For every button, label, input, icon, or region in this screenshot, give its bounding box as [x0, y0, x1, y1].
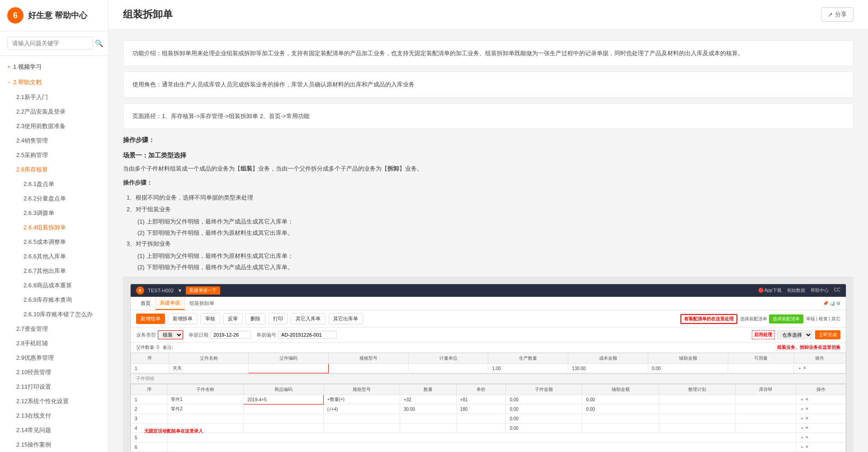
- sidebar-item-beginner[interactable]: 2.1新手入门: [0, 90, 108, 105]
- sidebar: 6 好生意 帮助中心 🔍 + 1.视频学习 − 2.帮助文档 2.1新手入门 2…: [0, 0, 108, 452]
- scenario1-desc: 当由多个子件材料组装成一个成品的业务为【组装】业务，当由一个父件拆分成多个子产品…: [123, 163, 854, 175]
- main-header: 组装拆卸单 ↗ 分享: [108, 0, 868, 29]
- sidebar-item-stocktake[interactable]: 2.6.1盘点单: [0, 177, 108, 191]
- nav-list: + 1.视频学习 − 2.帮助文档 2.1新手入门 2.2产品安装及登录 2.3…: [0, 56, 108, 452]
- sidebar-item-mobile[interactable]: 2.8手机旺辅: [0, 336, 108, 351]
- sidebar-item-transfer[interactable]: 2.6.3调拨单: [0, 206, 108, 220]
- sim-side-icons: 📌 📊 ⚙: [823, 299, 840, 308]
- sidebar-item-payment[interactable]: 2.13在线支付: [0, 409, 108, 423]
- search-box: 🔍: [0, 31, 108, 56]
- sim-help: 帮助中心: [811, 287, 829, 294]
- collapse-icon: −: [7, 79, 10, 86]
- sim-btn-approve[interactable]: 审核: [200, 313, 220, 324]
- sim-sub-col-price: 单价: [456, 385, 506, 395]
- share-icon: ↗: [828, 11, 833, 18]
- share-button[interactable]: ↗ 分享: [821, 7, 854, 22]
- step-2-2: (2) 下部明细为子件明细，最终作为原材料生成其它出库单。: [127, 228, 854, 239]
- table-row: 4 0.00＋ ×: [131, 423, 846, 433]
- sidebar-item-cases[interactable]: 2.15操作案例: [0, 438, 108, 452]
- sim-cell-seq: 1: [131, 364, 169, 373]
- sim-tab-home[interactable]: 首页: [136, 297, 156, 309]
- sim-cell-cost-amt: 130.00: [568, 364, 648, 373]
- content-area: 功能介绍：组装拆卸单用来处理企业组装或拆卸等加工业务，支持有固定装配清单的产品加…: [108, 29, 868, 452]
- sim-cell-unit: [408, 364, 488, 373]
- sim-review-label: 审核 | 检查 | 其它: [806, 316, 840, 322]
- sidebar-item-data-prep[interactable]: 2.3使用前数据准备: [0, 119, 108, 133]
- sidebar-item-finance[interactable]: 2.7资金管理: [0, 322, 108, 336]
- sim-sub-col-stock: 库存M: [735, 385, 796, 395]
- sim-dropdown-icon: ▼: [177, 288, 182, 293]
- sidebar-item-other-out[interactable]: 2.6.7其他出库单: [0, 264, 108, 278]
- sim-bom-btn[interactable]: 选择装配清单: [769, 314, 803, 324]
- sim-btn-print[interactable]: 打印: [268, 313, 288, 324]
- sim-confirm-btn[interactable]: 立即完成: [815, 330, 840, 339]
- sim-remark: 备注:: [163, 344, 173, 351]
- sidebar-item-sales[interactable]: 2.4销售管理: [0, 133, 108, 148]
- sim-no-label: 单据编号: [256, 332, 276, 338]
- step-3-2: (2) 下部明细为子件明细，最终作为产成品生成其它入库单。: [127, 262, 854, 273]
- sidebar-item-cost-recalc[interactable]: 2.6.8商品成本重算: [0, 278, 108, 293]
- share-label: 分享: [835, 10, 847, 19]
- sim-btn-unapprove[interactable]: 反审: [223, 313, 243, 324]
- sim-sub-col-plan: 整理计划: [659, 385, 735, 395]
- sim-user: CC: [834, 287, 840, 294]
- sim-top-right: 🔴 App下载 初始数据 帮助中心 CC: [758, 287, 840, 294]
- sim-tab-new[interactable]: 新建单据: [156, 297, 185, 310]
- sidebar-item-docs[interactable]: − 2.帮助文档: [0, 75, 108, 90]
- sidebar-item-customize[interactable]: 2.12系统个性化设置: [0, 394, 108, 409]
- search-input[interactable]: [7, 37, 93, 50]
- sim-cell-aux-amt: 0.00: [648, 364, 728, 373]
- sim-callout-enable: 启用处理: [752, 330, 774, 339]
- sidebar-item-operations[interactable]: 2.10经营管理: [0, 365, 108, 380]
- sim-btn-new-assembly[interactable]: 新增组单: [136, 314, 165, 324]
- table-row: 2 零件2 (√+4) 30.00 180 0.00 0.00 ＋ ×: [131, 404, 846, 414]
- sim-cell-code: [249, 364, 329, 373]
- feature-intro-block: 功能介绍：组装拆卸单用来处理企业组装或拆卸等加工业务，支持有固定装配清单的产品加…: [123, 40, 854, 66]
- sim-tab-assembly[interactable]: 组装拆卸单: [185, 297, 219, 309]
- sidebar-item-other-in[interactable]: 2.6.6其他入库单: [0, 249, 108, 264]
- search-button[interactable]: 🔍: [95, 39, 104, 48]
- sim-cell-avail: [728, 364, 794, 373]
- sim-no-input[interactable]: [278, 331, 337, 339]
- sim-warehouse-select[interactable]: 仓库选择: [777, 330, 812, 339]
- sidebar-item-coupon[interactable]: 2.9优惠券管理: [0, 351, 108, 365]
- role-intro-text: 使用角色：通常由生产人员或库管人员完成拆装业务的操作，库管人员确认原材料的出库和…: [132, 81, 415, 88]
- sim-callout-top: 有装配清单的在这里处理: [680, 314, 737, 324]
- sidebar-item-stock-error[interactable]: 2.6.10库存账本错了怎么办: [0, 307, 108, 322]
- sidebar-item-install[interactable]: 2.2产品安装及登录: [0, 105, 108, 119]
- sidebar-item-print[interactable]: 2.11打印设置: [0, 380, 108, 394]
- sim-app-id: TEST-H002: [148, 288, 174, 293]
- table-row: 1 关关 1.00 130.00 0.00 ＋ ×: [131, 364, 846, 373]
- path-intro-block: 页面路径：1、库存核算->库存管理->组装拆卸单 2、首页->常用功能: [123, 103, 854, 129]
- sidebar-item-inventory[interactable]: 2.6库存核算: [0, 162, 108, 177]
- sim-btn-other-out[interactable]: 其它出库单: [328, 313, 363, 324]
- sim-date-input[interactable]: [210, 331, 251, 339]
- step-3-1: (1) 上部明细为父件明细，最终作为原材料生成其它出库单；: [127, 251, 854, 262]
- logo-icon: 6: [7, 7, 24, 24]
- sidebar-item-label: 1.视频学习: [13, 63, 42, 71]
- sim-col-spec: 规格型号: [329, 353, 409, 364]
- sim-logo: 6: [136, 286, 144, 295]
- sim-child-table: 序 子件名称 商品编码 规格型号 数量 单价 子件金额 辅助金额 整理计划 库存…: [131, 384, 846, 452]
- sim-detail-count: 父件数量: 0: [136, 344, 159, 351]
- sim-btn-delete[interactable]: 删除: [245, 313, 265, 324]
- sidebar-item-stock-ledger[interactable]: 2.6.9库存账本查询: [0, 293, 108, 307]
- sidebar-item-cost-adjust[interactable]: 2.6.5成本调整单: [0, 235, 108, 249]
- sim-btn-new-disassembly[interactable]: 新增拆单: [168, 313, 198, 324]
- sidebar-item-video[interactable]: + 1.视频学习: [0, 59, 108, 75]
- steps-label: 操作步骤：: [123, 177, 854, 189]
- sim-type-select[interactable]: 组装 拆卸: [158, 330, 183, 339]
- sim-sub-col-amt: 子件金额: [506, 385, 582, 395]
- sidebar-item-faq[interactable]: 2.14常见问题: [0, 423, 108, 438]
- sidebar-item-assembly[interactable]: 2.6.4组装拆卸单: [0, 220, 108, 235]
- sidebar-item-purchase[interactable]: 2.5采购管理: [0, 148, 108, 162]
- sim-cell-name: 关关: [169, 364, 249, 373]
- sim-btn-other-in[interactable]: 其它入库单: [291, 313, 326, 324]
- sidebar-item-partial-stocktake[interactable]: 2.6.2分量盘点单: [0, 191, 108, 206]
- operations-title: 操作步骤：: [123, 136, 854, 144]
- sim-form-date: 单据日期: [189, 331, 251, 339]
- sidebar-item-label: 2.帮助文档: [13, 78, 42, 86]
- sim-sub-col-aux: 辅助金额: [582, 385, 659, 395]
- sim-cell-spec: [329, 364, 409, 373]
- table-row: 5＋ ×: [131, 433, 846, 442]
